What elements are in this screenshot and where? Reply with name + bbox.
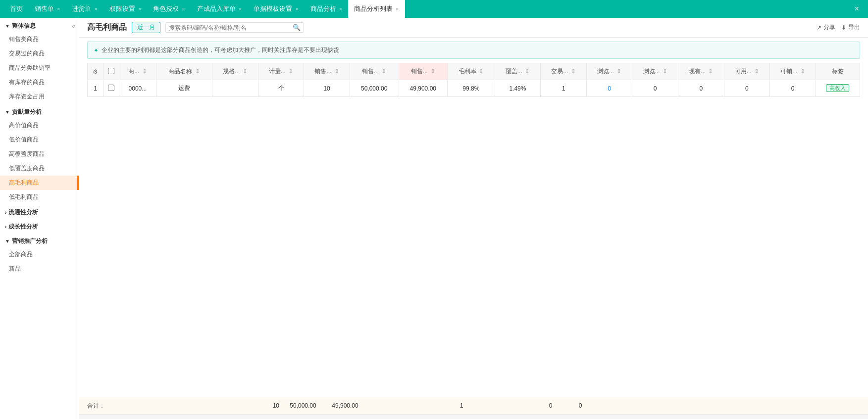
sort-icon-sales-amt[interactable]: ⇕ [381, 68, 386, 75]
table-wrapper[interactable]: ⚙ 商... ⇕ 商品名称 ⇕ 规格... ⇕ 计量... ⇕ 销售... ⇕ … [79, 63, 868, 397]
col-name: 商品名称 ⇕ [156, 63, 212, 80]
close-purchase-tab[interactable]: × [94, 6, 97, 12]
col-sales-qty: 销售... ⇕ [304, 63, 350, 80]
info-banner: ✦ 企业的主要的利润都是这部分商品创造的，可考虑加大推广，同时关注库存是不要出现… [87, 42, 860, 59]
sidebar-item-high-margin[interactable]: 高毛利商品 [0, 176, 79, 190]
sidebar-group-growth[interactable]: › 成长性分析 [0, 219, 79, 233]
main-layout: « ▼ 整体信息 销售类商品 交易过的商品 商品分类助销率 有库存的商品 库存资… [0, 18, 868, 419]
sidebar-item-high-value[interactable]: 高价值商品 [0, 118, 79, 133]
window-close-button[interactable]: × [850, 4, 864, 13]
cell-browse2: 0 [632, 80, 678, 97]
col-tag: 标签 [816, 63, 860, 80]
col-sales-cost: 销售... ⇕ [399, 63, 448, 80]
col-coverage: 覆盖... ⇕ [495, 63, 541, 80]
share-button[interactable]: ↗ 分享 [817, 23, 835, 32]
sort-icon-coverage[interactable]: ⇕ [525, 68, 530, 75]
nav-item-template[interactable]: 单据模板设置 × [248, 0, 304, 18]
sidebar-group-marketing[interactable]: ▼ 营销推广分析 [0, 233, 79, 247]
cell-code: 0000... [119, 80, 156, 97]
close-warehouse-tab[interactable]: × [239, 6, 242, 12]
search-input[interactable] [169, 24, 293, 31]
cell-current-stock: 0 [678, 80, 724, 97]
close-permissions-tab[interactable]: × [138, 6, 141, 12]
nav-item-home[interactable]: 首页 [4, 0, 29, 18]
sidebar-group-liquidity[interactable]: › 流通性分析 [0, 204, 79, 219]
table-header-row: ⚙ 商... ⇕ 商品名称 ⇕ 规格... ⇕ 计量... ⇕ 销售... ⇕ … [88, 63, 860, 80]
nav-item-analysis-list[interactable]: 商品分析列表 × [348, 0, 405, 18]
sidebar-item-new-goods[interactable]: 新品 [0, 262, 79, 276]
sidebar-group-contribution[interactable]: ▼ 贡献量分析 [0, 104, 79, 118]
sort-icon-sales-cost[interactable]: ⇕ [430, 68, 435, 75]
info-icon: ✦ [94, 47, 99, 54]
col-code: 商... ⇕ [119, 63, 156, 80]
cell-sales-cost: 49,900.00 [399, 80, 448, 97]
nav-item-permissions[interactable]: 权限设置 × [103, 0, 147, 18]
arrow-marketing: ▼ [5, 238, 10, 244]
close-roles-tab[interactable]: × [182, 6, 185, 12]
sidebar-item-all-goods[interactable]: 全部商品 [0, 247, 79, 262]
search-icon[interactable]: 🔍 [293, 24, 301, 31]
sort-icon-browse1[interactable]: ⇕ [616, 68, 621, 75]
cell-checkbox[interactable] [103, 80, 119, 97]
sort-icon-sellable[interactable]: ⇕ [800, 68, 805, 75]
nav-item-warehouse[interactable]: 产成品入库单 × [191, 0, 248, 18]
sort-icon-browse2[interactable]: ⇕ [663, 68, 667, 75]
sort-icon-available[interactable]: ⇕ [754, 68, 759, 75]
footer-current-stock: 0 [536, 401, 565, 410]
bottom-scrollbar[interactable] [79, 414, 868, 419]
footer-sales-qty: 10 [115, 401, 283, 410]
col-sellable: 可销... ⇕ [770, 63, 816, 80]
search-box: 🔍 [165, 22, 304, 33]
cell-unit: 个 [258, 80, 304, 97]
sidebar-item-sales-goods[interactable]: 销售类商品 [0, 32, 79, 47]
select-all-checkbox[interactable] [108, 68, 114, 74]
nav-item-sales[interactable]: 销售单 × [29, 0, 66, 18]
sidebar-item-traded-goods[interactable]: 交易过的商品 [0, 47, 79, 61]
top-nav-bar: 首页 销售单 × 进货单 × 权限设置 × 角色授权 × 产成品入库单 × 单据… [0, 0, 868, 18]
sort-icon-spec[interactable]: ⇕ [243, 68, 248, 75]
footer-bar: 合计： 10 50,000.00 49,900.00 1 [79, 397, 868, 414]
col-current-stock: 现有... ⇕ [678, 63, 724, 80]
sort-icon-sales-qty[interactable]: ⇕ [334, 68, 339, 75]
export-button[interactable]: ⬇ 导出 [841, 23, 860, 32]
close-template-tab[interactable]: × [295, 6, 298, 12]
sidebar-item-low-value[interactable]: 低价值商品 [0, 133, 79, 147]
footer-sales-amt: 50,000.00 [283, 401, 323, 410]
sort-icon-code[interactable]: ⇕ [142, 68, 147, 75]
sidebar-group-overall[interactable]: ▼ 整体信息 [0, 18, 79, 32]
col-browse1: 浏览... ⇕ [586, 63, 632, 80]
sort-icon-gross-margin[interactable]: ⇕ [479, 68, 484, 75]
cell-index: 1 [88, 80, 103, 97]
sidebar-item-stocked-goods[interactable]: 有库存的商品 [0, 75, 79, 90]
sort-icon-unit[interactable]: ⇕ [288, 68, 293, 75]
sidebar-item-high-coverage[interactable]: 高覆盖度商品 [0, 147, 79, 161]
col-spec: 规格... ⇕ [212, 63, 258, 80]
sidebar-item-low-margin[interactable]: 低毛利商品 [0, 190, 79, 204]
sidebar-item-category-rate[interactable]: 商品分类助销率 [0, 61, 79, 75]
content-header: 高毛利商品 近一月 🔍 ↗ 分享 ⬇ 导出 [79, 18, 868, 38]
nav-item-roles[interactable]: 角色授权 × [147, 0, 191, 18]
nav-item-purchase[interactable]: 进货单 × [66, 0, 103, 18]
col-settings[interactable]: ⚙ [88, 63, 103, 80]
sidebar-item-low-coverage[interactable]: 低覆盖度商品 [0, 161, 79, 176]
footer-sales-cost: 49,900.00 [323, 401, 367, 410]
cell-name: 运费 [156, 80, 212, 97]
row-checkbox[interactable] [108, 85, 114, 91]
col-checkbox[interactable] [103, 63, 119, 80]
sort-icon-trade[interactable]: ⇕ [571, 68, 576, 75]
footer-trade: 1 [447, 401, 476, 410]
close-analysis-list-tab[interactable]: × [396, 6, 399, 12]
cell-sales-amt: 50,000.00 [350, 80, 399, 97]
sidebar-collapse-button[interactable]: « [72, 22, 76, 30]
sort-icon-current-stock[interactable]: ⇕ [708, 68, 713, 75]
settings-icon[interactable]: ⚙ [93, 68, 98, 75]
nav-item-analysis[interactable]: 商品分析 × [305, 0, 348, 18]
close-sales-tab[interactable]: × [57, 6, 60, 12]
arrow-growth: › [5, 224, 6, 230]
cell-coverage: 1.49% [495, 80, 541, 97]
col-gross-margin: 毛利率 ⇕ [448, 63, 495, 80]
sort-icon-name[interactable]: ⇕ [195, 68, 200, 75]
close-analysis-tab[interactable]: × [339, 6, 342, 12]
period-button[interactable]: 近一月 [132, 22, 160, 33]
sidebar-item-stock-capital[interactable]: 库存资金占用 [0, 90, 79, 104]
